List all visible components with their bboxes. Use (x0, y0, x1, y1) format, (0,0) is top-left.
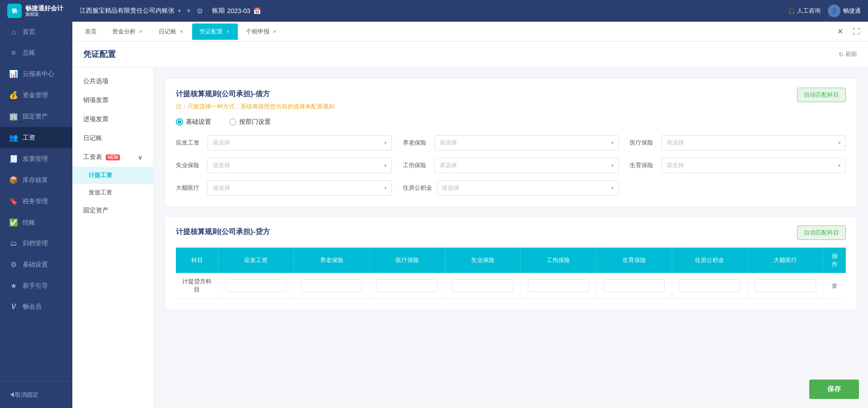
maternity-select[interactable]: 请选择 ▾ (661, 158, 846, 173)
tab-capital[interactable]: 资金分析 × (105, 23, 151, 40)
nav-calculate-salary[interactable]: 计提工资 (72, 167, 153, 184)
auto-match-credit-button[interactable]: 自动匹配科目 (797, 225, 846, 240)
input-unemployment[interactable] (452, 279, 513, 292)
salary-icon: 👥 (9, 133, 18, 142)
apply-salary-select[interactable]: 请选择 ▾ (208, 135, 392, 150)
cell-maternity[interactable] (596, 273, 672, 299)
sidebar-label-settings: 基础设置 (23, 261, 48, 269)
sidebar-label-settle: 结账 (23, 219, 35, 227)
tab-tax-close[interactable]: × (272, 28, 277, 35)
cell-housing-fund[interactable] (672, 273, 747, 299)
sidebar-item-capital[interactable]: 💰 资金管理 (0, 84, 72, 106)
vip-icon: V (9, 303, 18, 311)
input-medical[interactable] (377, 279, 438, 292)
sidebar-item-archive[interactable]: 🗂 归档管理 (0, 233, 72, 254)
input-work-injury[interactable] (528, 279, 589, 292)
home-icon: ⌂ (9, 28, 18, 36)
page-title: 凭证配置 (83, 49, 116, 60)
sidebar-item-settle[interactable]: ✅ 结账 (0, 212, 72, 233)
auto-match-debit-button[interactable]: 自动匹配科目 (797, 88, 846, 102)
period-label: 账期 (212, 7, 225, 15)
form-medical: 医疗保险 请选择 ▾ (630, 135, 846, 150)
radio-basic-dot (178, 120, 181, 124)
cell-pension[interactable] (294, 273, 369, 299)
add-company-icon[interactable]: + (186, 6, 191, 16)
col-medical: 医疗保险 (369, 248, 445, 273)
sidebar-label-inventory: 库存核算 (23, 176, 48, 184)
sidebar-item-invoice[interactable]: 🧾 发票管理 (0, 148, 72, 169)
calendar-icon[interactable]: 📅 (253, 7, 261, 14)
tab-home[interactable]: 首页 (78, 23, 104, 40)
app-logo: 畅 畅捷通好会计 旗舰版 (7, 4, 80, 18)
sidebar-item-salary[interactable]: 👥 工资 (0, 127, 72, 148)
housing-fund-select[interactable]: 请选择 ▾ (437, 180, 619, 196)
tab-journal-close[interactable]: × (179, 28, 184, 35)
service-button[interactable]: 🎧 人工咨询 (788, 7, 821, 15)
nav-journal[interactable]: 日记账 (72, 129, 153, 148)
tab-voucher[interactable]: 凭证配置 × (192, 23, 238, 40)
save-button[interactable]: 保存 (809, 380, 859, 399)
sidebar-item-tax[interactable]: 🔖 税务管理 (0, 191, 72, 212)
radio-dept[interactable]: 按部门设置 (229, 118, 271, 126)
input-housing-fund[interactable] (679, 279, 740, 292)
sidebar-label-tax: 税务管理 (23, 197, 48, 206)
form-maternity: 生育保险 请选择 ▾ (630, 158, 846, 173)
cell-large-medical[interactable] (747, 273, 823, 299)
app-name: 畅捷通好会计 (25, 5, 63, 12)
user-menu[interactable]: 👤 畅捷通 (828, 5, 861, 17)
cell-medical[interactable] (369, 273, 445, 299)
cell-unemployment[interactable] (445, 273, 520, 299)
sidebar-label-vip: 畅会员 (23, 303, 42, 311)
settings-icon[interactable]: ⚙ (197, 7, 203, 15)
cell-apply-salary[interactable] (218, 273, 294, 299)
delete-row-icon[interactable]: 🗑 (831, 282, 838, 289)
maximize-icon[interactable]: ⛶ (850, 25, 863, 38)
nav-sales-invoice[interactable]: 销项发票 (72, 91, 153, 110)
nav-public[interactable]: 公共选项 (72, 72, 153, 91)
maternity-arrow-icon: ▾ (838, 163, 841, 169)
input-maternity[interactable] (604, 279, 665, 292)
sidebar-item-inventory[interactable]: 📦 库存核算 (0, 169, 72, 191)
capital-icon: 💰 (9, 91, 18, 99)
nav-sales-invoice-label: 销项发票 (83, 96, 108, 104)
refresh-button[interactable]: ↻ 刷新 (839, 50, 857, 58)
body-layout: 公共选项 销项发票 进项发票 日记账 工资表 NEW (72, 67, 868, 408)
top-bar-right: 🎧 人工咨询 👤 畅捷通 (788, 5, 861, 17)
close-tab-icon[interactable]: ✕ (834, 25, 846, 38)
nav-purchase-invoice[interactable]: 进项发票 (72, 110, 153, 129)
input-large-medical[interactable] (755, 279, 816, 292)
nav-salary-table[interactable]: 工资表 NEW ∨ (72, 148, 153, 167)
input-pension[interactable] (301, 279, 362, 292)
nav-pay-salary[interactable]: 发放工资 (72, 184, 153, 201)
radio-basic[interactable]: 基础设置 (176, 118, 211, 126)
sidebar-item-settings[interactable]: ⚙ 基础设置 (0, 254, 72, 275)
section2-title: 计提核算规则(公司承担)-贷方 (176, 227, 270, 237)
tab-journal[interactable]: 日记账 × (151, 23, 191, 40)
company-selector[interactable]: 江西服宝精品有限责任公司内账张 ▾ + ⚙ 账期 2023-03 📅 (80, 6, 788, 16)
sidebar-item-reports[interactable]: 📊 云报表中心 (0, 63, 72, 84)
tab-voucher-close[interactable]: × (226, 28, 231, 35)
medical-select[interactable]: 请选择 ▾ (661, 135, 846, 150)
nav-fixed-assets[interactable]: 固定资产 (72, 201, 153, 220)
sidebar-item-ledger[interactable]: ≡ 总账 (0, 42, 72, 63)
tab-tax[interactable]: 个税申报 × (239, 23, 284, 40)
medical-arrow-icon: ▾ (838, 140, 841, 146)
input-apply-salary[interactable] (226, 279, 287, 292)
sidebar-item-vip[interactable]: V 畅会员 (0, 296, 72, 317)
sidebar-item-assets[interactable]: 🏢 固定资产 (0, 106, 72, 127)
service-label: 人工咨询 (797, 7, 821, 15)
cell-work-injury[interactable] (521, 273, 596, 299)
credit-table: 科目 应发工资 养老保险 医疗保险 失业保险 工伤保险 生育保险 住房公积金 大… (176, 248, 846, 299)
sidebar-item-guide[interactable]: ★ 新手引导 (0, 275, 72, 296)
large-medical-select[interactable]: 请选择 ▾ (208, 180, 392, 196)
pension-select[interactable]: 请选择 ▾ (434, 135, 619, 150)
cell-action[interactable]: 🗑 (823, 273, 846, 299)
col-apply-salary: 应发工资 (218, 248, 294, 273)
tab-voucher-label: 凭证配置 (199, 28, 223, 36)
unemployment-select[interactable]: 请选择 ▾ (208, 158, 392, 173)
sidebar-item-home[interactable]: ⌂ 首页 (0, 22, 72, 42)
work-injury-select[interactable]: 请选择 ▾ (434, 158, 619, 173)
tab-capital-close[interactable]: × (138, 28, 143, 35)
cancel-fixed-button[interactable]: ◀取消固定 (0, 386, 72, 403)
sidebar-label-salary: 工资 (23, 134, 35, 142)
